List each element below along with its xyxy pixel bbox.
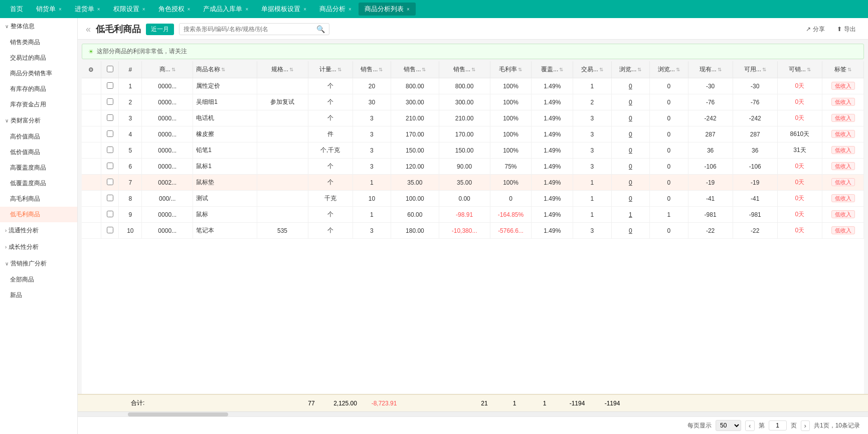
close-icon[interactable]: × — [97, 7, 100, 12]
sidebar-item-low-margin[interactable]: 低毛利商品 — [0, 207, 77, 222]
sidebar-item-high-coverage[interactable]: 高覆盖度商品 — [0, 160, 77, 176]
row-name: 吴细细1 — [193, 94, 257, 110]
col-sale-qty-header[interactable]: 销售...⇅ — [353, 61, 391, 78]
row-view1[interactable]: 0 — [611, 126, 649, 142]
col-spec-header[interactable]: 规格...⇅ — [257, 61, 308, 78]
col-view2-header[interactable]: 浏览...⇅ — [650, 61, 688, 78]
col-current-header[interactable]: 现有...⇅ — [688, 61, 733, 78]
row-checkbox[interactable] — [101, 126, 119, 142]
row-select-checkbox[interactable] — [107, 114, 113, 121]
close-icon[interactable]: × — [349, 7, 352, 12]
search-input[interactable] — [184, 26, 314, 33]
row-view1[interactable]: 0 — [611, 142, 649, 159]
row-sellable: 0天 — [777, 175, 822, 191]
col-tag-header[interactable]: 标签⇅ — [822, 61, 864, 78]
row-view1[interactable]: 0 — [611, 191, 649, 207]
row-checkbox[interactable] — [101, 94, 119, 110]
row-view1[interactable]: 0 — [611, 159, 649, 175]
prev-page-button[interactable]: ‹ — [745, 420, 754, 431]
row-select-checkbox[interactable] — [107, 227, 113, 233]
row-view1[interactable]: 0 — [611, 223, 649, 239]
row-profit: 800.00 — [439, 78, 490, 94]
col-sellable-header[interactable]: 可销...⇅ — [777, 61, 822, 78]
nav-sales[interactable]: 销货单 × — [30, 3, 68, 16]
scroll-thumb[interactable] — [128, 412, 228, 416]
row-select-checkbox[interactable] — [107, 163, 113, 169]
share-button[interactable]: ↗ 分享 — [802, 24, 829, 35]
sidebar-item-traded-goods[interactable]: 交易过的商品 — [0, 50, 77, 66]
col-trade-header[interactable]: 交易...⇅ — [573, 61, 611, 78]
sidebar-group-overall[interactable]: ∨ 整体信息 — [0, 18, 77, 35]
row-view1[interactable]: 0 — [611, 110, 649, 126]
close-icon[interactable]: × — [245, 7, 248, 12]
close-icon[interactable]: × — [188, 7, 191, 12]
row-view1[interactable]: 0 — [611, 94, 649, 110]
col-avail-header[interactable]: 可用...⇅ — [733, 61, 777, 78]
total-view2: 1 — [530, 400, 560, 407]
nav-product-analysis[interactable]: 商品分析 × — [313, 3, 358, 16]
row-checkbox[interactable] — [101, 175, 119, 191]
nav-purchase[interactable]: 进货单 × — [69, 3, 106, 16]
nav-home[interactable]: 首页 — [4, 3, 29, 16]
sidebar-item-category-sales-rate[interactable]: 商品分类销售率 — [0, 66, 77, 81]
row-checkbox[interactable] — [101, 191, 119, 207]
sidebar-item-high-value[interactable]: 高价值商品 — [0, 129, 77, 144]
collapse-sidebar-icon[interactable]: « — [86, 24, 91, 35]
sidebar-item-low-coverage[interactable]: 低覆盖度商品 — [0, 176, 77, 191]
col-sale-price-header[interactable]: 销售...⇅ — [391, 61, 439, 78]
col-cover-header[interactable]: 覆盖...⇅ — [532, 61, 573, 78]
row-select-checkbox[interactable] — [107, 130, 113, 137]
row-view1[interactable]: 0 — [611, 78, 649, 94]
nav-permissions[interactable]: 权限设置 × — [107, 3, 151, 16]
sidebar-group-growth[interactable]: › 成长性分析 — [0, 239, 77, 255]
sidebar-item-new-goods[interactable]: 新品 — [0, 287, 77, 303]
nav-template[interactable]: 单据模板设置 × — [255, 3, 312, 16]
page-size-select[interactable]: 20 50 100 200 — [716, 420, 741, 431]
row-select-checkbox[interactable] — [107, 82, 113, 89]
next-page-button[interactable]: › — [801, 420, 810, 431]
sidebar-item-inventory-capital[interactable]: 库存资金占用 — [0, 97, 77, 112]
nav-product-analysis-list[interactable]: 商品分析列表 × — [359, 3, 416, 16]
sidebar-item-low-value[interactable]: 低价值商品 — [0, 144, 77, 160]
select-all-checkbox[interactable] — [107, 66, 113, 72]
close-icon[interactable]: × — [303, 7, 306, 12]
row-checkbox[interactable] — [101, 223, 119, 239]
row-select-checkbox[interactable] — [107, 211, 113, 217]
col-gross-header[interactable]: 毛利率⇅ — [490, 61, 532, 78]
row-checkbox[interactable] — [101, 207, 119, 223]
close-icon[interactable]: × — [407, 7, 410, 12]
export-button[interactable]: ⬆ 导出 — [833, 24, 860, 35]
search-icon[interactable]: 🔍 — [316, 25, 325, 33]
row-select-checkbox[interactable] — [107, 147, 113, 153]
row-checkbox[interactable] — [101, 110, 119, 126]
row-select-checkbox[interactable] — [107, 98, 113, 105]
close-icon[interactable]: × — [59, 7, 62, 12]
page-number-input[interactable] — [769, 420, 787, 430]
row-checkbox[interactable] — [101, 159, 119, 175]
row-select-checkbox[interactable] — [107, 179, 113, 185]
col-sale-profit-header[interactable]: 销售...⇅ — [439, 61, 490, 78]
row-view1[interactable]: 0 — [611, 175, 649, 191]
col-code-header[interactable]: 商...⇅ — [142, 61, 193, 78]
nav-finished-goods[interactable]: 产成品入库单 × — [197, 3, 254, 16]
row-select-checkbox[interactable] — [107, 195, 113, 201]
col-view1-header[interactable]: 浏览...⇅ — [611, 61, 649, 78]
close-icon[interactable]: × — [142, 7, 145, 12]
sidebar-item-stocked-goods[interactable]: 有库存的商品 — [0, 81, 77, 97]
horizontal-scrollbar[interactable] — [78, 411, 868, 416]
filter-recent-month[interactable]: 近一月 — [146, 24, 174, 35]
col-settings[interactable]: ⚙ — [82, 61, 101, 78]
row-checkbox[interactable] — [101, 78, 119, 94]
nav-roles[interactable]: 角色授权 × — [152, 3, 197, 16]
sidebar-item-high-margin[interactable]: 高毛利商品 — [0, 191, 77, 207]
sidebar-group-marketing[interactable]: ∨ 营销推广分析 — [0, 255, 77, 272]
col-name-header[interactable]: 商品名称⇅ — [193, 61, 257, 78]
col-unit-header[interactable]: 计量...⇅ — [308, 61, 353, 78]
sidebar-item-sales-goods[interactable]: 销售类商品 — [0, 35, 77, 50]
row-view1[interactable]: 1 — [611, 207, 649, 223]
col-check-all[interactable] — [101, 61, 119, 78]
row-checkbox[interactable] — [101, 142, 119, 159]
sidebar-group-wealth[interactable]: ∨ 类财富分析 — [0, 112, 77, 129]
sidebar-group-liquidity[interactable]: › 流通性分析 — [0, 222, 77, 239]
sidebar-item-all-goods[interactable]: 全部商品 — [0, 272, 77, 287]
